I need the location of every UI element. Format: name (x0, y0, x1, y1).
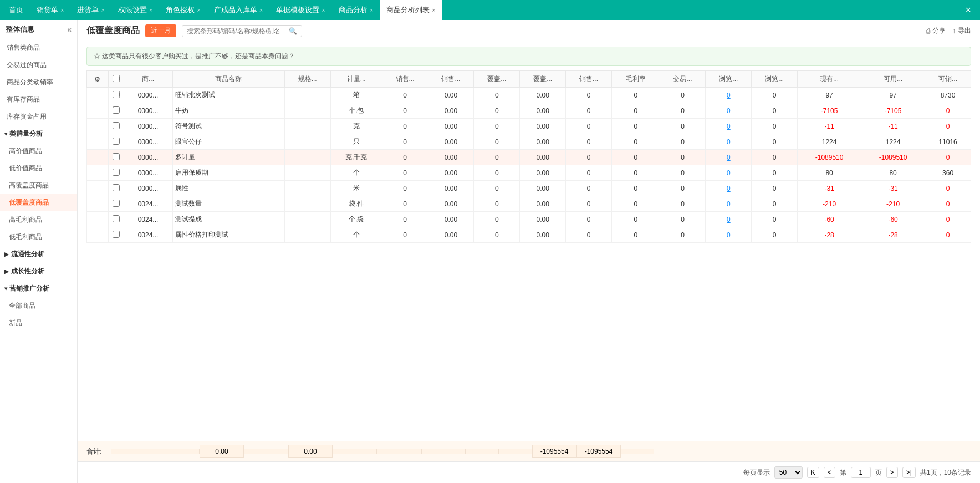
search-icon[interactable]: 🔍 (289, 27, 297, 35)
close-icon[interactable]: × (432, 7, 435, 13)
column-cover1[interactable]: 覆盖... (474, 71, 520, 88)
row-checkbox[interactable] (108, 181, 124, 196)
column-current-stock[interactable]: 现有... (798, 71, 861, 88)
column-sales-amt[interactable]: 销售... (428, 71, 474, 88)
column-code[interactable]: 商... (124, 71, 172, 88)
row-browse1[interactable]: 0 (706, 88, 752, 103)
first-page-button[interactable]: K (807, 467, 819, 478)
select-all-checkbox[interactable] (113, 75, 120, 82)
close-icon[interactable]: × (321, 7, 325, 13)
close-icon[interactable]: × (149, 7, 152, 13)
sidebar-item-high-value[interactable]: 高价值商品 (0, 143, 77, 160)
sidebar-collapse-button[interactable]: « (67, 25, 72, 34)
row-checkbox[interactable] (108, 150, 124, 165)
search-input[interactable] (187, 27, 287, 35)
export-button[interactable]: ↑ 导出 (952, 26, 971, 35)
sidebar-group-growth[interactable]: ▶ 成长性分析 (0, 263, 77, 280)
sidebar-item-in-stock-goods[interactable]: 有库存商品 (0, 91, 77, 108)
row-browse1[interactable]: 0 (706, 165, 752, 181)
row-browse1[interactable]: 0 (706, 196, 752, 212)
sidebar-item-high-margin[interactable]: 高毛利商品 (0, 211, 77, 228)
sidebar-item-new-goods[interactable]: 新品 (0, 314, 77, 332)
window-close-button[interactable]: × (958, 4, 978, 16)
page-number-input[interactable] (851, 467, 871, 478)
time-filter-button[interactable]: 近一月 (145, 24, 176, 37)
share-button[interactable]: ⎙ 分享 (926, 26, 946, 35)
nav-tab-role[interactable]: 角色授权 × (159, 0, 207, 20)
column-browse1[interactable]: 浏览... (706, 71, 752, 88)
row-checkbox[interactable] (108, 88, 124, 103)
sidebar-item-high-coverage[interactable]: 高覆盖度商品 (0, 177, 77, 194)
column-settings-icon[interactable]: ⚙ (87, 71, 109, 88)
column-available[interactable]: 可用... (861, 71, 925, 88)
close-icon[interactable]: × (60, 7, 64, 13)
nav-tab-sales[interactable]: 销货单 × (30, 0, 70, 20)
page-size-select[interactable]: 50 20 100 200 (774, 466, 803, 479)
sidebar-item-stock-capital[interactable]: 库存资金占用 (0, 108, 77, 125)
row-browse1[interactable]: 0 (706, 212, 752, 227)
row-browse1[interactable]: 0 (706, 227, 752, 243)
prev-page-button[interactable]: < (824, 467, 835, 478)
column-sales-qty[interactable]: 销售... (382, 71, 428, 88)
row-sellable: 0 (925, 212, 971, 227)
row-checkbox[interactable] (108, 212, 124, 227)
row-margin: 0 (611, 150, 660, 165)
table-row: 0000... 启用保质期 个 0 0.00 0 0.00 0 0 0 0 0 … (87, 165, 971, 181)
sidebar-item-low-value[interactable]: 低价值商品 (0, 160, 77, 177)
footer-totals: 合计: 0.00 0.00 -1095554 -1095554 (78, 441, 980, 461)
row-browse2: 0 (752, 150, 798, 165)
nav-tab-permission[interactable]: 权限设置 × (111, 0, 159, 20)
column-spec[interactable]: 规格... (284, 71, 330, 88)
column-unit[interactable]: 计量... (330, 71, 382, 88)
row-browse1[interactable]: 0 (706, 181, 752, 196)
close-icon[interactable]: × (259, 7, 263, 13)
row-cover1: 0 (474, 181, 520, 196)
row-checkbox[interactable] (108, 196, 124, 212)
sidebar-group-cluster[interactable]: ▾ 类群量分析 (0, 125, 77, 143)
nav-tab-home[interactable]: 首页 (2, 0, 30, 20)
row-browse1[interactable]: 0 (706, 103, 752, 119)
row-checkbox[interactable] (108, 165, 124, 181)
sidebar-item-low-coverage[interactable]: 低覆盖度商品 (0, 194, 77, 211)
column-sellable[interactable]: 可销... (925, 71, 971, 88)
last-page-button[interactable]: >| (902, 467, 916, 478)
column-trade[interactable]: 交易... (660, 71, 706, 88)
row-trade: 0 (660, 165, 706, 181)
nav-tab-product-inbound[interactable]: 产成品入库单 × (207, 0, 269, 20)
row-browse1[interactable]: 0 (706, 119, 752, 134)
sidebar-item-category-rate[interactable]: 商品分类动销率 (0, 74, 77, 91)
sidebar-group-flow[interactable]: ▶ 流通性分析 (0, 246, 77, 263)
nav-tab-purchase[interactable]: 进货单 × (70, 0, 111, 20)
row-sales-amt: 0.00 (428, 181, 474, 196)
row-cover2: 0.00 (520, 196, 566, 212)
column-margin[interactable]: 毛利率 (611, 71, 660, 88)
column-cover2[interactable]: 覆盖... (520, 71, 566, 88)
row-cover1: 0 (474, 88, 520, 103)
close-icon[interactable]: × (101, 7, 104, 13)
row-browse1[interactable]: 0 (706, 134, 752, 150)
nav-tab-template[interactable]: 单据模板设置 × (269, 0, 331, 20)
row-code: 0000... (124, 181, 172, 196)
sidebar-item-traded-goods[interactable]: 交易过的商品 (0, 57, 77, 74)
sidebar-item-all-goods[interactable]: 全部商品 (0, 297, 77, 314)
row-checkbox[interactable] (108, 119, 124, 134)
column-name[interactable]: 商品名称 (172, 71, 284, 88)
row-margin: 0 (611, 165, 660, 181)
nav-tab-product-analysis-list[interactable]: 商品分析列表 × (380, 0, 442, 20)
row-checkbox[interactable] (108, 227, 124, 243)
row-settings (87, 103, 109, 119)
nav-tab-product-analysis[interactable]: 商品分析 × (332, 0, 380, 20)
column-sales3[interactable]: 销售... (566, 71, 612, 88)
close-icon[interactable]: × (197, 7, 200, 13)
sidebar-item-low-margin[interactable]: 低毛利商品 (0, 228, 77, 246)
row-unit: 个,袋 (330, 212, 382, 227)
row-checkbox[interactable] (108, 134, 124, 150)
row-browse1[interactable]: 0 (706, 150, 752, 165)
sidebar-item-sales-goods[interactable]: 销售类商品 (0, 39, 77, 57)
row-checkbox[interactable] (108, 103, 124, 119)
next-page-button[interactable]: > (886, 467, 898, 478)
row-available: -11 (861, 119, 925, 134)
column-browse2[interactable]: 浏览... (752, 71, 798, 88)
close-icon[interactable]: × (370, 7, 373, 13)
sidebar-group-marketing[interactable]: ▾ 营销推广分析 (0, 280, 77, 297)
